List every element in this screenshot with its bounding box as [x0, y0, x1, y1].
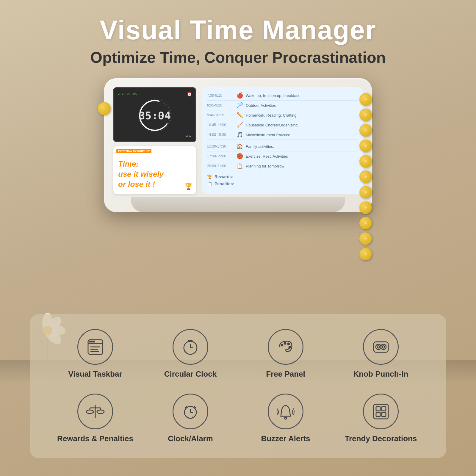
buzzer-alerts-label: Buzzer Alerts: [261, 434, 310, 443]
right-knob[interactable]: [359, 124, 372, 137]
feature-knob-punch-in: Knob Punch-In: [333, 329, 428, 379]
feature-circular-clock: Circular Clock: [143, 329, 238, 379]
volume-control: ◄ ►: [118, 134, 192, 138]
svg-point-51: [281, 344, 283, 346]
clock-alarm-icon-circle: [173, 394, 208, 429]
main-title: Visual Time Manager: [0, 15, 476, 46]
schedule-time: 10:45-12:00: [207, 123, 234, 127]
clock-time: 35:04: [139, 109, 171, 122]
schedule-text: Exercise, Rest, Activities: [246, 154, 358, 159]
svg-rect-75: [374, 404, 388, 419]
trendy-decorations-label: Trendy Decorations: [345, 434, 417, 443]
svg-point-62: [86, 410, 93, 414]
buzzer-alerts-icon-circle: [268, 394, 303, 429]
schedule-rows: 7:30-8:15 🍎 Wake up, freshen up, breakfa…: [207, 91, 358, 171]
rewards-penalties-icon-circle: [77, 394, 113, 429]
right-knob[interactable]: [359, 232, 372, 245]
right-knob[interactable]: [359, 186, 372, 198]
svg-point-54: [289, 346, 291, 348]
schedule-row: 20:00-21:00 📋 Planning for Tomorrow: [207, 161, 358, 171]
schedule-icon: 🏀: [236, 153, 243, 159]
schedule-time: 9:40-10:25: [207, 113, 234, 117]
schedule-time: 17:30-19:00: [207, 154, 234, 158]
schedule-row: 15:30-17:30 🏠 Family activities.: [207, 142, 358, 151]
schedule-time: 20:00-21:00: [207, 164, 234, 168]
circular-clock-icon-circle: [173, 329, 208, 365]
schedule-row: 9:40-10:25 ✏️ Homework, Reading, Craftin…: [207, 110, 358, 120]
device-stand: [131, 197, 345, 212]
visual-taskbar-label: Visual Taskbar: [68, 369, 122, 379]
penalties-icon: 📋: [207, 181, 212, 186]
features-section: Visual Taskbar Circular Clock Free Panel…: [30, 314, 446, 458]
schedule-row: 10:45-12:00 🧹 Household Chores/Organizin…: [207, 120, 358, 130]
schedule-icon: 🏸: [236, 102, 243, 109]
card-quote: Time:use it wiselyor lose it !: [118, 159, 191, 189]
right-knob[interactable]: [359, 217, 372, 229]
svg-point-40: [89, 341, 90, 342]
svg-point-42: [93, 341, 95, 342]
card-tag: EVERYDAY IS WORTH IT: [116, 149, 151, 153]
feature-free-panel: Free Panel: [238, 329, 333, 379]
schedule-text: Music/Instrument Practice: [246, 133, 358, 137]
schedule-text: Outdoor Activities: [246, 103, 358, 108]
svg-line-12: [167, 107, 169, 108]
right-knob[interactable]: [359, 155, 372, 167]
penalties-label: Penalties:: [214, 181, 234, 186]
device-left-panel: 2023.05.05 ⏰: [113, 87, 196, 194]
svg-line-9: [161, 100, 162, 102]
schedule-icon: 🎵: [236, 131, 243, 138]
svg-point-52: [284, 342, 286, 344]
right-knobs: [359, 93, 372, 260]
schedule-icon: 🍎: [236, 92, 243, 99]
schedule-row: 7:30-8:15 🍎 Wake up, freshen up, breakfa…: [207, 91, 358, 101]
device-right-panel: 7:30-8:15 🍎 Wake up, freshen up, breakfa…: [202, 87, 363, 194]
penalties-row: 📋 Penalties:: [207, 180, 358, 187]
schedule-time: 7:30-8:15: [207, 93, 234, 98]
schedule-row: 17:30-19:00 🏀 Exercise, Rest, Activities: [207, 151, 358, 161]
schedule-icon: ✏️: [236, 112, 243, 118]
right-knob[interactable]: [359, 248, 372, 260]
schedule-time: 14:00-15:30: [207, 133, 234, 137]
svg-point-57: [377, 346, 380, 348]
schedule-row: 14:00-15:30 🎵 Music/Instrument Practice: [207, 130, 358, 140]
svg-point-58: [381, 344, 386, 350]
knob-punch-in-label: Knob Punch-In: [353, 369, 408, 379]
svg-point-56: [376, 344, 381, 350]
svg-point-63: [97, 410, 104, 414]
clock-date: 2023.05.05: [118, 92, 137, 96]
subtitle: Optimize Time, Conquer Procrastination: [0, 48, 476, 66]
schedule-time: 8:35-9:20: [207, 103, 234, 107]
rewards-icon: 🏆: [207, 174, 212, 179]
schedule-text: Wake up, freshen up, breakfast: [246, 93, 358, 98]
feature-rewards-penalties: Rewards & Penalties: [48, 394, 143, 443]
schedule-text: Homework, Reading, Crafting: [246, 113, 358, 118]
left-knob[interactable]: [98, 102, 111, 115]
visual-taskbar-icon-circle: [77, 329, 113, 365]
circular-clock-label: Circular Clock: [164, 369, 217, 379]
schedule-text: Planning for Tomorrow: [246, 164, 358, 168]
features-grid: Visual Taskbar Circular Clock Free Panel…: [48, 329, 428, 443]
schedule-text: Household Chores/Organizing: [246, 123, 358, 127]
svg-rect-77: [382, 407, 386, 411]
right-knob[interactable]: [359, 140, 372, 152]
right-knob[interactable]: [359, 170, 372, 183]
schedule-row: 8:35-9:20 🏸 Outdoor Activities: [207, 101, 358, 110]
right-knob[interactable]: [359, 109, 372, 121]
card-icon: 🏆: [184, 183, 192, 190]
svg-point-41: [91, 341, 93, 342]
schedule-time: 15:30-17:30: [207, 144, 234, 148]
device: 2023.05.05 ⏰: [104, 78, 372, 212]
clock-display: 2023.05.05 ⏰: [113, 87, 196, 142]
header: Visual Time Manager Optimize Time, Conqu…: [0, 0, 476, 66]
rewards-label: Rewards:: [214, 174, 233, 179]
svg-rect-78: [376, 412, 380, 416]
knob-punch-in-icon-circle: [363, 329, 399, 365]
rewards-penalties-label: Rewards & Penalties: [57, 434, 133, 443]
right-knob[interactable]: [359, 93, 372, 106]
svg-rect-79: [382, 412, 386, 416]
device-body: 2023.05.05 ⏰: [104, 78, 372, 212]
schedule-icon: 🧹: [236, 122, 243, 128]
feature-trendy-decorations: Trendy Decorations: [333, 394, 428, 443]
right-knob[interactable]: [359, 201, 372, 214]
svg-point-74: [285, 417, 286, 419]
